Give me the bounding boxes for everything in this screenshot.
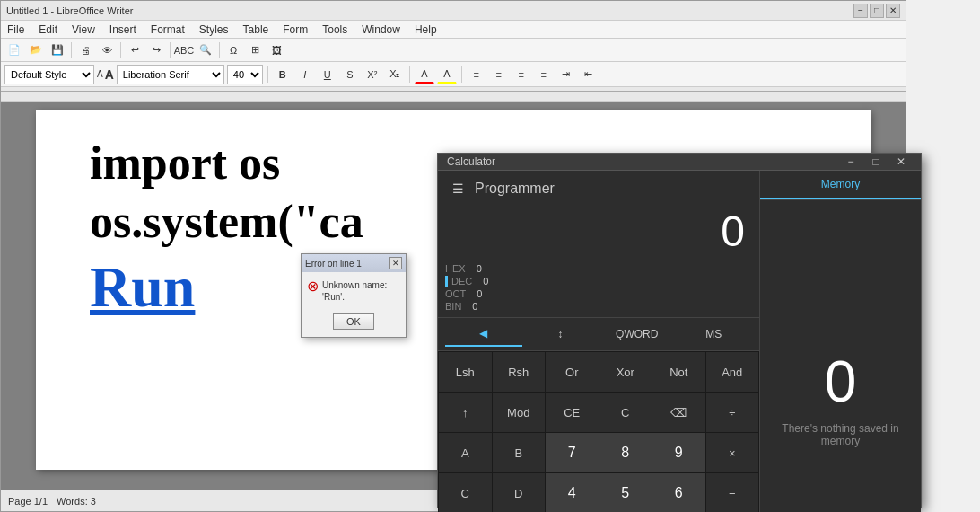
memory-tab-btn[interactable]: Memory xyxy=(760,171,921,199)
find-btn[interactable]: 🔍 xyxy=(196,40,215,60)
calc-minimize-btn[interactable]: − xyxy=(840,154,862,170)
calc-lsh-btn[interactable]: Lsh xyxy=(439,352,492,392)
calc-divide-btn[interactable]: ÷ xyxy=(706,393,759,432)
calc-op-shift-btn[interactable]: ↕ xyxy=(522,322,599,347)
font-size-select[interactable]: 40 xyxy=(227,65,263,84)
memory-empty-state: 0 There's nothing saved in memory xyxy=(760,200,921,512)
calc-op-ms-btn[interactable]: MS xyxy=(676,322,753,347)
error-dialog-title-text: Error on line 1 xyxy=(305,259,362,269)
italic-btn[interactable]: I xyxy=(295,65,315,84)
calc-up-btn[interactable]: ↑ xyxy=(439,393,492,432)
open-btn[interactable]: 📂 xyxy=(26,40,46,60)
calc-op-left-btn[interactable]: ◀ xyxy=(445,322,522,347)
calc-7-btn[interactable]: 7 xyxy=(546,433,599,472)
print-btn[interactable]: 🖨 xyxy=(75,40,95,60)
insert-image-btn[interactable]: 🖼 xyxy=(267,40,286,60)
calc-menu-btn[interactable]: ☰ xyxy=(449,178,468,199)
underline-btn[interactable]: U xyxy=(318,65,337,84)
statusbar-words: Words: 3 xyxy=(57,496,96,507)
error-dialog-footer: OK xyxy=(302,310,406,337)
font-select[interactable]: Liberation Serif xyxy=(117,65,224,84)
menu-styles[interactable]: Styles xyxy=(197,23,232,36)
font-color-btn[interactable]: A xyxy=(415,65,434,84)
calc-D-btn[interactable]: D xyxy=(493,473,546,512)
calc-bin-row: BIN 0 xyxy=(445,301,752,312)
lo-menubar: File Edit View Insert Format Styles Tabl… xyxy=(1,21,906,39)
sep2 xyxy=(120,42,121,58)
calc-keypad: Lsh Rsh Or Xor Not And ↑ Mod CE C ⌫ ÷ A … xyxy=(438,351,759,512)
error-ok-button[interactable]: OK xyxy=(333,313,374,330)
bold-btn[interactable]: B xyxy=(273,65,293,84)
calc-ce-btn[interactable]: CE xyxy=(546,393,599,432)
menu-table[interactable]: Table xyxy=(241,23,272,36)
spellcheck-btn[interactable]: ABC xyxy=(174,40,194,60)
lo-close-btn[interactable]: ✕ xyxy=(886,4,900,18)
style-select[interactable]: Default Style xyxy=(4,65,94,84)
menu-edit[interactable]: Edit xyxy=(36,23,60,36)
align-left-btn[interactable]: ≡ xyxy=(467,65,486,84)
calc-xor-btn[interactable]: Xor xyxy=(599,352,652,392)
calc-display-value: 0 xyxy=(721,207,745,255)
calc-C-btn[interactable]: C xyxy=(439,473,492,512)
bin-label: BIN xyxy=(445,301,461,312)
align-right-btn[interactable]: ≡ xyxy=(512,65,531,84)
calc-6-btn[interactable]: 6 xyxy=(652,473,705,512)
calc-mod-btn[interactable]: Mod xyxy=(493,393,546,432)
menu-format[interactable]: Format xyxy=(148,23,188,36)
calc-not-btn[interactable]: Not xyxy=(652,352,705,392)
undo-btn[interactable]: ↩ xyxy=(125,40,144,60)
menu-help[interactable]: Help xyxy=(412,23,440,36)
sep1 xyxy=(71,42,72,58)
calc-5-btn[interactable]: 5 xyxy=(599,473,652,512)
strikethrough-btn[interactable]: S xyxy=(340,65,360,84)
calc-subtract-btn[interactable]: − xyxy=(706,473,759,512)
calc-op-row: ◀ ↕ QWORD MS xyxy=(438,317,759,351)
calc-close-btn[interactable]: ✕ xyxy=(890,154,912,170)
menu-form[interactable]: Form xyxy=(280,23,311,36)
calc-4-btn[interactable]: 4 xyxy=(546,473,599,512)
calc-A-btn[interactable]: A xyxy=(439,433,492,472)
dec-label: DEC xyxy=(451,276,472,287)
calc-maximize-btn[interactable]: □ xyxy=(865,154,887,170)
error-message: Unknown name: 'Run'. xyxy=(322,279,400,303)
indent-btn[interactable]: ⇥ xyxy=(556,65,576,84)
calc-and-btn[interactable]: And xyxy=(706,352,759,392)
outdent-btn[interactable]: ⇤ xyxy=(579,65,599,84)
bin-value: 0 xyxy=(472,301,477,312)
error-dialog-body: ⊗ Unknown name: 'Run'. xyxy=(302,272,406,310)
menu-insert[interactable]: Insert xyxy=(107,23,139,36)
menu-file[interactable]: File xyxy=(4,23,27,36)
calc-c-btn[interactable]: C xyxy=(599,393,652,432)
calc-op-qword-btn[interactable]: QWORD xyxy=(599,322,676,347)
save-btn[interactable]: 💾 xyxy=(48,40,67,60)
align-justify-btn[interactable]: ≡ xyxy=(534,65,554,84)
special-char-btn[interactable]: Ω xyxy=(223,40,243,60)
calc-9-btn[interactable]: 9 xyxy=(652,433,705,472)
error-dialog-close-btn[interactable]: ✕ xyxy=(389,257,402,269)
hex-label: HEX xyxy=(445,263,466,274)
highlight-btn[interactable]: A xyxy=(437,65,457,84)
insert-table-btn[interactable]: ⊞ xyxy=(245,40,265,60)
redo-btn[interactable]: ↪ xyxy=(146,40,166,60)
calc-backspace-btn[interactable]: ⌫ xyxy=(652,393,705,432)
calc-rsh-btn[interactable]: Rsh xyxy=(493,352,546,392)
calc-display: 0 xyxy=(438,203,759,263)
menu-view[interactable]: View xyxy=(69,23,98,36)
lo-toolbar1: 📄 📂 💾 🖨 👁 ↩ ↪ ABC 🔍 Ω ⊞ 🖼 xyxy=(1,39,906,62)
error-dialog-titlebar: Error on line 1 ✕ xyxy=(302,254,406,272)
align-center-btn[interactable]: ≡ xyxy=(489,65,509,84)
calc-B-btn[interactable]: B xyxy=(493,433,546,472)
calc-or-btn[interactable]: Or xyxy=(546,352,599,392)
menu-tools[interactable]: Tools xyxy=(319,23,350,36)
menu-window[interactable]: Window xyxy=(359,23,403,36)
statusbar-page: Page 1/1 xyxy=(8,496,48,507)
preview-btn[interactable]: 👁 xyxy=(97,40,117,60)
superscript-btn[interactable]: X² xyxy=(363,65,382,84)
calc-multiply-btn[interactable]: × xyxy=(706,433,759,472)
calc-memory-panel: Memory 0 There's nothing saved in memory xyxy=(759,171,921,512)
lo-minimize-btn[interactable]: − xyxy=(853,4,868,18)
subscript-btn[interactable]: X₂ xyxy=(385,65,405,84)
calc-8-btn[interactable]: 8 xyxy=(599,433,652,472)
new-btn[interactable]: 📄 xyxy=(4,40,24,60)
lo-maximize-btn[interactable]: □ xyxy=(870,4,884,18)
